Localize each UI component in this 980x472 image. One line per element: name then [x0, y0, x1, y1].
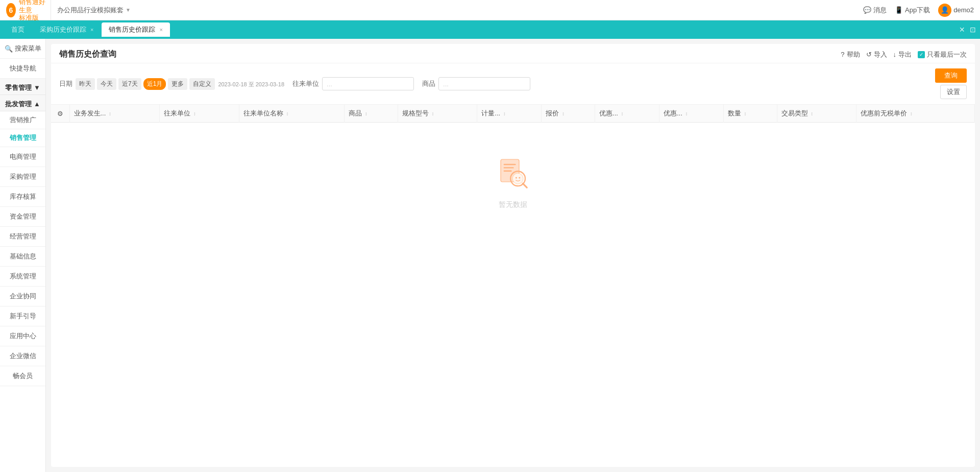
sort-arrows-icon: ↕: [744, 111, 747, 116]
table-th-discount1[interactable]: 优惠... ↕: [595, 105, 659, 123]
data-table: ⚙ 业务发生... ↕ 往来单位 ↕ 往来单位名称: [51, 105, 975, 123]
close-window-icon[interactable]: ×: [959, 25, 965, 35]
top-bar-left: 6 销售通好生意 标准版 办公用品行业模拟账套 ▼: [6, 0, 131, 22]
date-1month-btn[interactable]: 近1月: [143, 78, 166, 90]
sort-arrows-icon: ↕: [811, 111, 813, 116]
product-filter-label: 商品: [422, 79, 435, 88]
sort-arrows-icon: ↕: [109, 111, 111, 116]
sidebar-item-basic-info[interactable]: 基础信息: [0, 247, 45, 267]
filter-settings-button[interactable]: 设置: [940, 85, 967, 99]
app-download-button[interactable]: 📱 App下载: [895, 6, 930, 15]
table-th-unit[interactable]: 计量... ↕: [477, 105, 542, 123]
date-custom-btn[interactable]: 自定义: [189, 78, 215, 90]
date-7days-btn[interactable]: 近7天: [118, 78, 141, 90]
svg-rect-3: [504, 171, 512, 172]
tab-purchase-history-close[interactable]: ×: [90, 27, 93, 33]
svg-point-7: [516, 177, 517, 178]
date-yesterday-btn[interactable]: 昨天: [76, 78, 95, 90]
tab-bar: 首页 采购历史价跟踪 × 销售历史价跟踪 × × ⊡: [0, 20, 980, 39]
sort-arrows-icon: ↕: [193, 111, 196, 116]
help-icon: ?: [841, 51, 844, 58]
table-th-discount2[interactable]: 优惠... ↕: [659, 105, 723, 123]
sort-arrows-icon: ↕: [910, 111, 913, 116]
page-header-actions: ? 帮助 ↺ 导入 ↓ 导出 ✓ 只看最后一次: [841, 50, 967, 59]
sidebar-item-sales-mgmt[interactable]: 销售管理: [0, 129, 45, 147]
restore-window-icon[interactable]: ⊡: [970, 26, 976, 34]
import-button[interactable]: ↺ 导入: [866, 50, 887, 59]
table-th-quantity[interactable]: 数量 ↕: [723, 105, 777, 123]
table-th-product[interactable]: 商品 ↕: [345, 105, 398, 123]
avatar-icon: 👤: [941, 6, 949, 14]
table-container: ⚙ 业务发生... ↕ 往来单位 ↕ 往来单位名称: [51, 105, 975, 467]
table-th-quoted-price[interactable]: 报价 ↕: [542, 105, 595, 123]
svg-point-5: [512, 173, 523, 184]
table-th-biz-date[interactable]: 业务发生... ↕: [69, 105, 160, 123]
sort-arrows-icon: ↕: [431, 111, 434, 116]
chevron-down-icon: ▼: [126, 7, 131, 13]
sidebar-item-ecommerce[interactable]: 电商管理: [0, 147, 45, 167]
sidebar-item-operations[interactable]: 经营管理: [0, 227, 45, 247]
sidebar-item-enterprise-collab[interactable]: 企业协同: [0, 287, 45, 306]
table-th-partner-name[interactable]: 往来单位名称 ↕: [239, 105, 344, 123]
tab-purchase-history[interactable]: 采购历史价跟踪 ×: [33, 22, 101, 37]
partner-input-placeholder: ...: [327, 80, 332, 88]
table-th-pre-tax-price[interactable]: 优惠前无税单价 ↕: [856, 105, 975, 123]
svg-rect-2: [504, 167, 514, 168]
partner-filter-label: 往来单位: [292, 79, 319, 88]
sidebar-item-purchase[interactable]: 采购管理: [0, 167, 45, 187]
sidebar-item-enterprise-wechat[interactable]: 企业微信: [0, 346, 45, 366]
product-input-placeholder: ...: [443, 80, 449, 88]
sidebar-item-quick-nav[interactable]: 快捷导航: [0, 59, 45, 79]
search-button[interactable]: 查询: [935, 68, 967, 83]
tab-home[interactable]: 首页: [4, 22, 32, 37]
app-logo-text: 销售通好生意 标准版: [19, 0, 45, 22]
sidebar-item-wholesale-mgmt[interactable]: 批发管理 ▲: [0, 95, 45, 111]
svg-point-8: [519, 177, 520, 178]
chevron-up-icon: ▲: [34, 100, 40, 108]
messages-button[interactable]: 💬 消息: [863, 6, 887, 15]
tab-sales-history[interactable]: 销售历史价跟踪 ×: [102, 22, 169, 37]
chevron-down-icon: ▼: [34, 84, 40, 91]
help-button[interactable]: ? 帮助: [841, 50, 860, 59]
sort-arrows-icon: ↕: [562, 111, 565, 116]
settings-icon: ⚙: [57, 110, 63, 117]
checkbox-checked-icon: ✓: [918, 51, 925, 58]
sidebar-item-system[interactable]: 系统管理: [0, 267, 45, 287]
date-filter-group: 日期 昨天 今天 近7天 近1月 更多 自定义 2023-02-18 至 202…: [59, 78, 284, 90]
sidebar-item-member[interactable]: 畅会员: [0, 366, 45, 386]
export-icon: ↓: [893, 51, 897, 58]
table-th-settings[interactable]: ⚙: [51, 105, 69, 123]
partner-input[interactable]: ...: [322, 77, 414, 90]
workspace-selector[interactable]: 办公用品行业模拟账套 ▼: [57, 6, 131, 15]
sidebar-item-finance[interactable]: 资金管理: [0, 207, 45, 227]
svg-rect-1: [504, 164, 516, 165]
table-th-partner-code[interactable]: 往来单位 ↕: [160, 105, 239, 123]
sidebar-item-marketing[interactable]: 营销推广: [0, 111, 45, 129]
sidebar-item-app-center[interactable]: 应用中心: [0, 326, 45, 346]
sort-arrows-icon: ↕: [286, 111, 288, 116]
sidebar-item-inventory[interactable]: 库存核算: [0, 187, 45, 207]
user-profile-button[interactable]: 👤 demo2: [938, 4, 974, 17]
empty-text: 暂无数据: [499, 200, 527, 209]
export-button[interactable]: ↓ 导出: [893, 50, 912, 59]
sort-arrows-icon: ↕: [685, 111, 688, 116]
sidebar-item-retail-mgmt[interactable]: 零售管理 ▼: [0, 79, 45, 95]
sort-arrows-icon: ↕: [503, 111, 506, 116]
date-today-btn[interactable]: 今天: [97, 78, 116, 90]
table-th-trade-type[interactable]: 交易类型 ↕: [777, 105, 856, 123]
sidebar-item-new-user-guide[interactable]: 新手引导: [0, 306, 45, 326]
product-input[interactable]: ...: [438, 77, 530, 90]
table-header-row: ⚙ 业务发生... ↕ 往来单位 ↕ 往来单位名称: [51, 105, 975, 123]
only-last-checkbox[interactable]: ✓ 只看最后一次: [918, 50, 967, 59]
table-th-spec[interactable]: 规格型号 ↕: [398, 105, 477, 123]
svg-line-6: [523, 183, 527, 187]
message-icon: 💬: [863, 6, 871, 14]
product-filter-group: 商品 ...: [422, 77, 530, 90]
sidebar-item-search-menu[interactable]: 🔍 搜索菜单: [0, 39, 45, 59]
main-layout: 🔍 搜索菜单 快捷导航 零售管理 ▼ 批发管理 ▲ 营销推广 销售管理 电商管理…: [0, 39, 980, 472]
empty-state: 暂无数据: [51, 123, 975, 240]
date-more-btn[interactable]: 更多: [168, 78, 187, 90]
tab-sales-history-close[interactable]: ×: [159, 27, 162, 33]
content-area: 销售历史价查询 ? 帮助 ↺ 导入 ↓ 导出 ✓: [46, 39, 980, 472]
page-title: 销售历史价查询: [59, 49, 116, 60]
